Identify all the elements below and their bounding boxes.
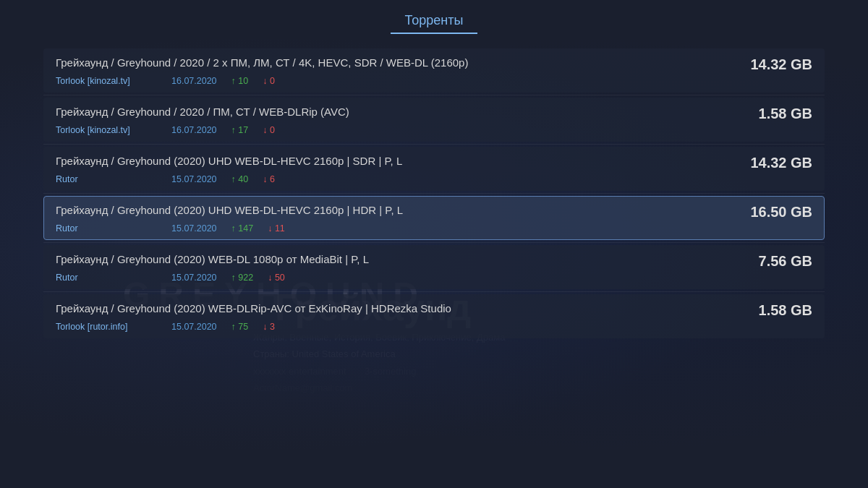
torrent-title: Грейхаунд / Greyhound (2020) UHD WEB-DL-… [56,204,733,216]
torrent-title: Грейхаунд / Greyhound (2020) UHD WEB-DL-… [56,155,733,167]
torrent-source: Torlook [rutor.info] [56,322,157,332]
tab-header: Торренты [43,0,825,34]
torrent-date: 15.07.2020 [171,223,217,234]
torrent-leech: 0 [263,76,275,86]
torrent-source: Rutor [56,174,157,184]
torrent-date: 15.07.2020 [171,174,217,184]
torrent-item[interactable]: Грейхаунд / Greyhound (2020) WEB-DL 1080… [43,245,825,289]
torrent-source: Rutor [56,273,157,283]
torrent-size: 1.58 GB [733,106,812,122]
torrent-date: 16.07.2020 [171,76,217,86]
torrent-date: 15.07.2020 [171,322,217,332]
torrent-size: 16.50 GB [733,204,812,221]
torrent-leech: 50 [268,273,285,283]
torrent-seeds: 75 [231,322,249,332]
torrent-seeds: 147 [231,223,254,234]
torrent-source: Torlook [kinozal.tv] [56,125,157,135]
torrent-date: 15.07.2020 [171,273,217,283]
torrent-leech: 0 [263,125,275,135]
torrent-item[interactable]: Грейхаунд / Greyhound (2020) WEB-DLRip-A… [43,294,825,338]
torrent-size: 14.32 GB [733,56,812,73]
tab-torrents-label[interactable]: Торренты [391,13,478,34]
torrent-seeds: 10 [231,76,249,86]
divider [43,291,825,292]
torrent-size: 1.58 GB [733,302,812,319]
torrent-title: Грейхаунд / Greyhound (2020) WEB-DL 1080… [56,253,733,265]
torrent-source: Torlook [kinozal.tv] [56,76,157,86]
torrent-leech: 6 [263,174,275,184]
torrent-size: 7.56 GB [733,253,812,270]
divider [43,144,825,145]
divider [43,95,825,95]
torrent-item[interactable]: Грейхаунд / Greyhound / 2020 / ПМ, СТ / … [43,98,825,142]
torrent-seeds: 922 [231,273,254,283]
torrent-seeds: 40 [231,174,249,184]
torrent-leech: 11 [268,223,285,234]
torrent-item[interactable]: Грейхаунд / Greyhound (2020) UHD WEB-DL-… [43,147,825,191]
torrent-title: Грейхаунд / Greyhound / 2020 / 2 х ПМ, Л… [56,56,733,69]
torrent-title: Грейхаунд / Greyhound (2020) WEB-DLRip-A… [56,302,733,314]
torrent-leech: 3 [263,322,275,332]
torrent-source: Rutor [56,223,157,234]
torrent-list: Грейхаунд / Greyhound / 2020 / 2 х ПМ, Л… [43,48,825,338]
divider [43,242,825,243]
torrent-title: Грейхаунд / Greyhound / 2020 / ПМ, СТ / … [56,106,733,118]
divider [43,193,825,194]
torrent-size: 14.32 GB [733,155,812,171]
bg-subtext: Жанры, Военные, История, Боевик, Приключ… [253,329,505,397]
torrent-item[interactable]: Грейхаунд / Greyhound / 2020 / 2 х ПМ, Л… [43,48,825,93]
torrent-seeds: 17 [231,125,249,135]
torrent-item[interactable]: Грейхаунд / Greyhound (2020) UHD WEB-DL-… [43,196,825,240]
torrent-date: 16.07.2020 [171,125,217,135]
